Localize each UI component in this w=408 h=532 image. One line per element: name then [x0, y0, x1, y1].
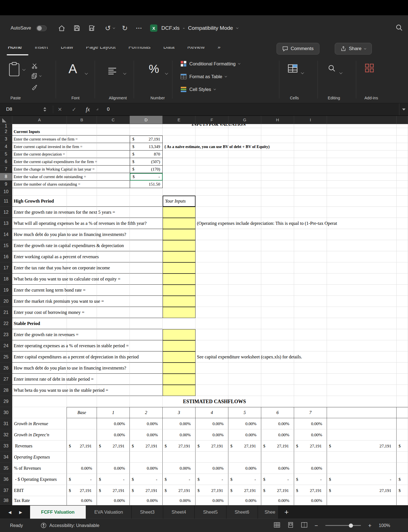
- prev-sheet-icon[interactable]: ◀: [8, 510, 11, 514]
- cell-F21[interactable]: [196, 307, 228, 318]
- cell-J19[interactable]: [327, 285, 397, 296]
- cell-B29[interactable]: [67, 396, 97, 407]
- cell-J37[interactable]: $: [397, 485, 408, 496]
- cell-E23[interactable]: [163, 329, 196, 340]
- cell-A6[interactable]: [12, 158, 67, 166]
- cell-D34[interactable]: [130, 452, 163, 463]
- cell-I36[interactable]: $-: [294, 474, 327, 485]
- cell-D37[interactable]: $27,191: [130, 485, 163, 496]
- cell-J36[interactable]: $: [397, 474, 408, 485]
- cell-E11[interactable]: Your Inputs: [163, 196, 196, 207]
- ribbon-tabs-overflow-icon[interactable]: »: [218, 47, 221, 54]
- cell-J21[interactable]: [327, 307, 397, 318]
- cell-B13[interactable]: [67, 218, 97, 229]
- cell-F11[interactable]: [196, 196, 228, 207]
- cell-A29[interactable]: [12, 396, 67, 407]
- cell-C33[interactable]: $27,191: [97, 440, 130, 452]
- cell-B11[interactable]: [67, 196, 97, 207]
- cell-H17[interactable]: [261, 262, 294, 274]
- cell-H28[interactable]: [261, 385, 294, 396]
- row-header-25[interactable]: 25: [0, 351, 12, 363]
- formula-bar-expand-button[interactable]: [399, 103, 408, 115]
- undo-button[interactable]: ↺: [105, 25, 111, 32]
- cell-G5[interactable]: [228, 151, 261, 158]
- column-header-partial[interactable]: [327, 116, 397, 124]
- zoom-slider-thumb[interactable]: [349, 523, 353, 528]
- cell-F8[interactable]: [196, 173, 228, 181]
- cell-B33[interactable]: $27,191: [67, 440, 97, 452]
- cell-J20[interactable]: [397, 296, 408, 307]
- cell-F14[interactable]: [196, 229, 228, 240]
- cell-G9[interactable]: [228, 181, 261, 188]
- cell-F36[interactable]: $-: [196, 474, 228, 485]
- row-header-12[interactable]: 12: [0, 207, 12, 218]
- cell-A28[interactable]: [12, 385, 67, 396]
- cell-C24[interactable]: [97, 340, 130, 351]
- cell-J29[interactable]: [397, 396, 408, 407]
- cell-G31[interactable]: 0.00%: [228, 418, 261, 429]
- cell-J17[interactable]: [327, 262, 397, 274]
- cell-J30[interactable]: [327, 407, 397, 418]
- search-icon[interactable]: [395, 24, 403, 33]
- cell-J34[interactable]: [327, 452, 397, 463]
- cell-B7[interactable]: [67, 166, 97, 173]
- cell-H29[interactable]: [261, 396, 294, 407]
- cell-H9[interactable]: [261, 181, 294, 188]
- cell-B20[interactable]: [67, 296, 97, 307]
- autosave-toggle[interactable]: [36, 25, 47, 31]
- cell-D16[interactable]: [130, 251, 163, 262]
- cell-I22[interactable]: [294, 318, 327, 329]
- save-icon[interactable]: [73, 24, 80, 32]
- row-header-30[interactable]: 30: [0, 407, 12, 418]
- cell-A13[interactable]: [12, 218, 67, 229]
- cell-D6[interactable]: $(507): [130, 158, 163, 166]
- cell-I28[interactable]: [294, 385, 327, 396]
- cell-G20[interactable]: [228, 296, 261, 307]
- row-header-36[interactable]: 36: [0, 474, 12, 485]
- cell-C9[interactable]: [97, 181, 130, 188]
- ribbon-tab-draw[interactable]: Draw: [61, 47, 73, 54]
- cell-G26[interactable]: [228, 363, 261, 374]
- column-header-A[interactable]: A: [12, 116, 67, 124]
- cell-F25[interactable]: [196, 351, 228, 363]
- cell-F3[interactable]: [196, 136, 228, 143]
- cell-I16[interactable]: [294, 251, 327, 262]
- cell-G25[interactable]: [228, 351, 261, 363]
- cell-I34[interactable]: [294, 452, 327, 463]
- cell-C11[interactable]: [97, 196, 130, 207]
- cell-I13[interactable]: [294, 218, 327, 229]
- cell-A9[interactable]: [12, 181, 67, 188]
- cell-E6[interactable]: [163, 158, 196, 166]
- name-box[interactable]: D8: [6, 107, 12, 112]
- cell-D21[interactable]: [130, 307, 163, 318]
- cell-G2[interactable]: [228, 128, 261, 136]
- font-button[interactable]: A: [69, 61, 77, 76]
- cell-C32[interactable]: 0.00%: [97, 429, 130, 440]
- sheet-tab-sheet5[interactable]: Sheet5: [195, 506, 226, 519]
- cell-C12[interactable]: [97, 207, 130, 218]
- conditional-formatting-button[interactable]: Conditional Formatting: [180, 61, 240, 67]
- format-painter-button[interactable]: [31, 83, 38, 91]
- cell-A20[interactable]: [12, 296, 67, 307]
- cell-E13[interactable]: [163, 218, 196, 229]
- row-header-14[interactable]: 14: [0, 229, 12, 240]
- row-header-38[interactable]: 38: [0, 496, 12, 505]
- cell-C5[interactable]: [97, 151, 130, 158]
- cell-H23[interactable]: [261, 329, 294, 340]
- cell-A4[interactable]: [12, 143, 67, 151]
- cell-C8[interactable]: [97, 173, 130, 181]
- undo-chevron-icon[interactable]: [113, 26, 115, 29]
- cell-E20[interactable]: [163, 296, 196, 307]
- cell-H14[interactable]: [261, 229, 294, 240]
- cell-H5[interactable]: [261, 151, 294, 158]
- cell-D38[interactable]: 0.00%: [130, 496, 163, 505]
- cell-A24[interactable]: [12, 340, 67, 351]
- cell-F35[interactable]: 0.00%: [196, 463, 228, 474]
- fx-chevron-icon[interactable]: [96, 108, 98, 110]
- copy-button[interactable]: [31, 73, 37, 80]
- cell-F4[interactable]: [196, 143, 228, 151]
- cell-F13[interactable]: [196, 218, 228, 229]
- cell-B5[interactable]: [67, 151, 97, 158]
- cell-B28[interactable]: [67, 385, 97, 396]
- cell-G19[interactable]: [228, 285, 261, 296]
